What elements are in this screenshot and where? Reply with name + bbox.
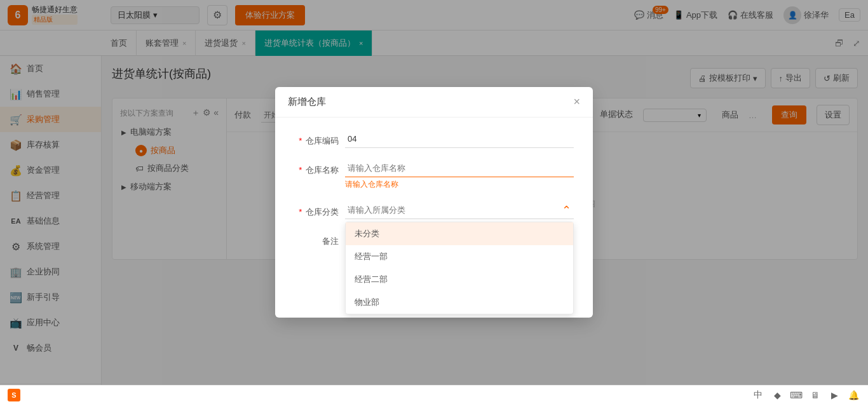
name-error-msg: 请输入仓库名称 — [345, 179, 574, 190]
code-label-text: 仓库编码 — [306, 136, 339, 145]
required-star-name: * — [299, 165, 302, 175]
bottom-play-icon[interactable]: ▶ — [827, 388, 841, 402]
warehouse-code-row: * 仓库编码 — [294, 130, 574, 148]
warehouse-code-input[interactable] — [345, 130, 574, 148]
modal-close-button[interactable]: × — [573, 96, 580, 107]
name-label-text: 仓库名称 — [306, 165, 339, 175]
bottom-zh-icon[interactable]: 中 — [751, 388, 765, 402]
warehouse-name-input[interactable] — [345, 159, 574, 177]
notes-label: 备注 — [294, 231, 345, 247]
required-star-code: * — [299, 136, 302, 145]
category-control: ⌃ 未分类 经营一部 经营二部 物业部 — [345, 201, 574, 219]
notes-label-text: 备注 — [322, 236, 339, 246]
warehouse-category-row: * 仓库分类 ⌃ 未分类 经营一部 经营二部 物业部 — [294, 201, 574, 219]
code-label: * 仓库编码 — [294, 130, 345, 147]
dropdown-item-dept1[interactable]: 经营一部 — [346, 245, 573, 268]
bottom-bell-icon[interactable]: 🔔 — [846, 388, 860, 402]
bottom-icons: 中 ◆ ⌨ 🖥 ▶ 🔔 — [751, 388, 860, 402]
category-dropdown: 未分类 经营一部 经营二部 物业部 — [345, 222, 574, 314]
bottom-s-icon: S — [8, 389, 20, 401]
bottom-keyboard-icon[interactable]: ⌨ — [789, 388, 803, 402]
name-label: * 仓库名称 — [294, 159, 345, 176]
dropdown-item-dept2[interactable]: 经营二部 — [346, 268, 573, 291]
dropdown-item-none[interactable]: 未分类 — [346, 222, 573, 245]
category-toggle-icon[interactable]: ⌃ — [562, 203, 571, 217]
category-input-wrapper: ⌃ 未分类 经营一部 经营二部 物业部 — [345, 201, 574, 219]
bottom-bar: S 中 ◆ ⌨ 🖥 ▶ 🔔 — [0, 385, 868, 404]
category-input[interactable] — [345, 201, 574, 219]
add-warehouse-modal: 新增仓库 × * 仓库编码 * 仓库名称 — [275, 87, 593, 318]
modal-overlay[interactable]: 新增仓库 × * 仓库编码 * 仓库名称 — [0, 0, 868, 404]
modal-body: * 仓库编码 * 仓库名称 请输入仓库名称 — [275, 118, 593, 279]
modal-header: 新增仓库 × — [275, 87, 593, 118]
category-label: * 仓库分类 — [294, 201, 345, 218]
bottom-monitor-icon[interactable]: 🖥 — [808, 388, 822, 402]
warehouse-name-row: * 仓库名称 请输入仓库名称 — [294, 159, 574, 190]
code-control — [345, 130, 574, 148]
bottom-logo: S — [8, 389, 20, 401]
dropdown-item-property[interactable]: 物业部 — [346, 291, 573, 314]
category-label-text: 仓库分类 — [306, 207, 339, 217]
bottom-diamond-icon[interactable]: ◆ — [770, 388, 784, 402]
required-star-cat: * — [299, 207, 302, 217]
modal-title: 新增仓库 — [288, 96, 326, 108]
name-control: 请输入仓库名称 — [345, 159, 574, 190]
